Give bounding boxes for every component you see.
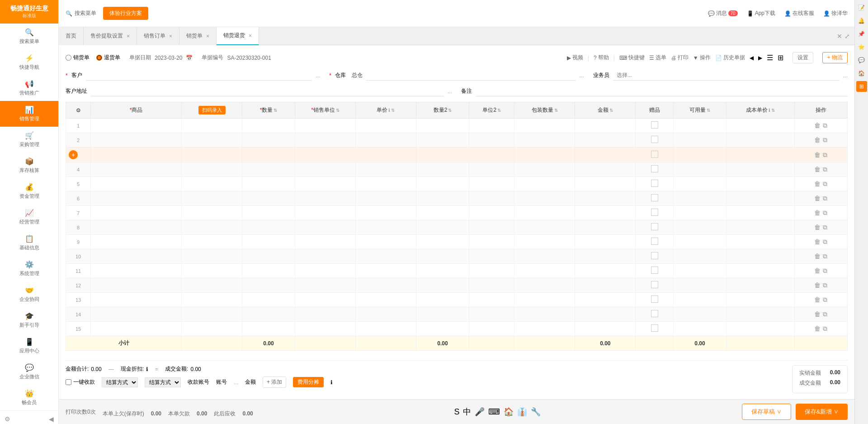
delete-icon-1[interactable]: 🗑 [814, 122, 821, 129]
delete-icon-14[interactable]: 🗑 [814, 310, 821, 318]
delete-icon-10[interactable]: 🗑 [814, 252, 821, 260]
shortcut-action[interactable]: ⌨ 快捷键 [619, 54, 645, 62]
gift-checkbox-1[interactable] [651, 121, 658, 129]
gift-checkbox-3[interactable] [651, 151, 658, 158]
save-new-button[interactable]: 保存&新增 ∨ [796, 404, 848, 420]
save-new-chevron[interactable]: ∨ [834, 408, 839, 415]
copy-icon-1[interactable]: ⧉ [823, 122, 827, 129]
delete-icon-4[interactable]: 🗑 [814, 166, 821, 173]
gift-cell-1[interactable] [636, 119, 674, 133]
right-icon-1[interactable]: 📝 [856, 2, 867, 13]
tab-return[interactable]: 销货退货 × [217, 27, 259, 45]
radio-return[interactable]: 退货单 [96, 54, 120, 62]
gift-checkbox-6[interactable] [651, 194, 658, 201]
available-cell-1[interactable] [673, 119, 726, 133]
unit-price-info-icon[interactable]: ℹ [388, 108, 390, 113]
copy-icon-12[interactable]: ⧉ [823, 281, 827, 289]
qty-cell-3[interactable] [242, 148, 295, 162]
qty-cell-1[interactable] [242, 119, 295, 133]
price-sort[interactable]: ⇅ [391, 108, 395, 113]
copy-icon-4[interactable]: ⧉ [823, 166, 827, 173]
gift-checkbox-10[interactable] [651, 252, 658, 259]
gift-checkbox-12[interactable] [651, 281, 658, 288]
price-cell-1[interactable] [356, 119, 416, 133]
experience-button[interactable]: 体验行业方案 [103, 7, 148, 20]
unit-cell-1[interactable] [295, 119, 356, 133]
gift-checkbox-2[interactable] [651, 136, 658, 143]
copy-icon-10[interactable]: ⧉ [823, 252, 827, 260]
account-select-btn[interactable]: ... [234, 379, 238, 386]
gift-cell-2[interactable] [636, 133, 674, 148]
unit-cell-2[interactable] [295, 133, 356, 148]
tab-price-close[interactable]: × [127, 33, 130, 39]
unit-cell-3[interactable] [295, 148, 356, 162]
pack-cell-2[interactable] [514, 133, 575, 148]
next-icon[interactable]: ▶ [758, 55, 762, 61]
print-action[interactable]: 🖨 打印 [671, 54, 689, 62]
copy-icon-3[interactable]: ⧉ [823, 151, 827, 159]
gift-checkbox-13[interactable] [651, 295, 658, 303]
tool-icon-3[interactable]: 🎤 [475, 407, 485, 417]
help-action[interactable]: ? 帮助 [594, 54, 609, 62]
gift-checkbox-14[interactable] [651, 310, 658, 317]
sidebar-item-search[interactable]: 🔍 搜索菜单 [0, 24, 58, 49]
cash-discount-info[interactable]: ℹ [146, 366, 148, 372]
salesperson-input[interactable] [613, 70, 840, 81]
gift-checkbox-7[interactable] [651, 209, 658, 216]
copy-icon-14[interactable]: ⧉ [823, 310, 827, 318]
sidebar-item-member[interactable]: 👑 畅会员 [0, 385, 58, 410]
delete-icon-15[interactable]: 🗑 [814, 325, 821, 333]
sidebar-item-wecom[interactable]: 💬 企业微信 [0, 359, 58, 385]
sidebar-item-guide[interactable]: 🎓 新手引导 [0, 307, 58, 333]
warehouse-select-btn[interactable]: ... [580, 72, 584, 79]
warehouse-input[interactable] [366, 70, 576, 81]
one-click-payment[interactable]: 一键收款 [66, 378, 95, 386]
customer-select-btn[interactable]: ... [316, 72, 320, 79]
tab-return-close[interactable]: × [249, 33, 252, 39]
qty2-cell-1[interactable] [416, 119, 469, 133]
add-row-button[interactable]: + [69, 150, 78, 159]
qty2-cell-3[interactable] [416, 148, 469, 162]
sidebar-item-purchase[interactable]: 🛒 采购管理 [0, 127, 58, 152]
topbar-search[interactable]: 🔍 搜索菜单 [66, 10, 96, 17]
tool-icon-1[interactable]: S [454, 407, 459, 417]
tab-home[interactable]: 首页 [59, 27, 84, 45]
setting-button[interactable]: 设置 [793, 52, 813, 63]
gift-checkbox-11[interactable] [651, 267, 658, 274]
copy-icon-6[interactable]: ⧉ [823, 195, 827, 202]
copy-icon-9[interactable]: ⧉ [823, 238, 827, 246]
tool-icon-6[interactable]: 👔 [517, 407, 527, 417]
list-view-icon[interactable]: ☰ [767, 53, 773, 62]
copy-icon-5[interactable]: ⧉ [823, 180, 827, 188]
copy-icon-11[interactable]: ⧉ [823, 267, 827, 275]
delete-icon-8[interactable]: 🗑 [814, 224, 821, 231]
right-icon-2[interactable]: 🔔 [856, 15, 867, 26]
calc-method-select[interactable]: 结算方式 [145, 377, 181, 387]
delete-icon-7[interactable]: 🗑 [814, 209, 821, 217]
maximize-icon[interactable]: ⤢ [844, 33, 850, 40]
unit-sort[interactable]: ⇅ [336, 108, 340, 113]
tool-icon-5[interactable]: 🏠 [504, 407, 514, 417]
sidebar-collapse-icon[interactable]: ◀ [49, 415, 54, 423]
radio-sales-input[interactable] [66, 55, 71, 61]
history-action[interactable]: 📄 历史单据 [715, 54, 745, 62]
available-cell-2[interactable] [673, 133, 726, 148]
pack-sort[interactable]: ⇅ [554, 108, 558, 113]
operate-action[interactable]: ▼ 操作 [693, 54, 711, 62]
right-icon-5[interactable]: 💬 [856, 55, 867, 66]
unit2-sort[interactable]: ⇅ [497, 108, 501, 113]
unit2-cell-3[interactable] [469, 148, 514, 162]
sidebar-item-sales[interactable]: 📊 销售管理 [0, 101, 58, 127]
tab-sales[interactable]: 销货单 × [179, 27, 217, 45]
tool-icon-7[interactable]: 🔧 [531, 407, 541, 417]
gift-checkbox-9[interactable] [651, 238, 658, 245]
cost-sort[interactable]: ⇅ [771, 108, 775, 113]
sidebar-item-basic-info[interactable]: 📋 基础信息 [0, 230, 58, 256]
cost-cell-2[interactable] [726, 133, 795, 148]
sidebar-item-finance[interactable]: 💰 资金管理 [0, 178, 58, 204]
fee-info-icon[interactable]: ℹ [330, 379, 333, 386]
price-cell-3[interactable] [356, 148, 416, 162]
address-input[interactable] [91, 86, 444, 96]
pack-cell-3[interactable] [514, 148, 575, 162]
price-cell-2[interactable] [356, 133, 416, 148]
